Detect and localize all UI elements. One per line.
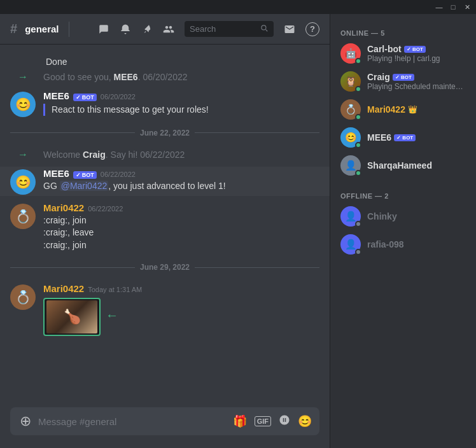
messages-area[interactable]: Done → Good to see you, MEE6. 06/20/2022… [0, 45, 330, 407]
maximize-button[interactable]: □ [449, 3, 457, 11]
status-dot [355, 221, 361, 227]
divider-line [195, 267, 319, 268]
message-timestamp: 06/22/2022 [88, 205, 123, 213]
add-attachment-button[interactable]: ⊕ [18, 413, 33, 430]
avatar-mee6-2: 😊 [10, 169, 36, 195]
gif-icon[interactable]: GIF [255, 416, 271, 426]
member-info: Chinky [367, 211, 466, 221]
status-dot [355, 170, 361, 176]
message-row-mari-1: 💍 Mari0422 06/22/2022 :craig:, join :cra… [0, 201, 330, 253]
message-author: MEE6 [43, 168, 69, 179]
minimize-button[interactable]: — [435, 3, 443, 11]
avatar-carlbot: 🤖 [340, 43, 361, 64]
member-name-text: SharqaHameed [367, 160, 432, 171]
member-item-rafia[interactable]: 👤 rafia-098 [335, 230, 471, 258]
avatar-craig: 🦉 [340, 71, 361, 92]
mention: @Mari0422 [60, 181, 109, 191]
message-row-mee6-2: 😊 MEE6 ✓ BOT 06/22/2022 GG @Mari0422, yo… [0, 167, 330, 196]
image-container: 🍗 ← [43, 295, 319, 336]
avatar-sharqa: 👤 [340, 155, 361, 176]
status-dot [355, 114, 361, 120]
search-bar[interactable]: Search [185, 21, 274, 37]
member-info: rafia-098 [367, 239, 466, 249]
member-name-text: Chinky [367, 211, 397, 221]
member-info: MEE6 ✓ BOT [367, 132, 466, 143]
avatar-mari: 💍 [340, 99, 361, 120]
message-text-line2: :craig:, leave [43, 227, 319, 239]
member-name-text: Craig [367, 72, 390, 82]
member-item-sharqa[interactable]: 👤 SharqaHameed [335, 151, 471, 179]
status-dot [355, 58, 361, 64]
channel-name: general [25, 24, 59, 34]
status-dot [355, 249, 361, 255]
notifications-icon[interactable] [120, 24, 131, 35]
member-item-mari[interactable]: 💍 Mari0422 👑 [335, 95, 471, 123]
message-input-box[interactable]: ⊕ 🎁 GIF 😊 [10, 407, 319, 435]
search-placeholder: Search [190, 24, 256, 34]
avatar-rafia: 👤 [340, 234, 361, 255]
system-arrow-icon: → [10, 71, 36, 83]
gift-icon[interactable]: 🎁 [233, 414, 247, 428]
channel-header: # general Search [0, 14, 330, 45]
image-thumbnail[interactable]: 🍗 [43, 298, 101, 336]
member-name: SharqaHameed [367, 160, 466, 171]
member-item-craig[interactable]: 🦉 Craig ✓ BOT Playing Scheduled maintena… [335, 67, 471, 95]
member-name: Craig ✓ BOT [367, 72, 466, 82]
titlebar: — □ ✕ [0, 0, 476, 14]
status-dot [355, 86, 361, 92]
member-status: Playing Scheduled maintenanc... [367, 82, 466, 91]
date-divider-june22: June 22, 2022 [0, 118, 330, 148]
bot-badge: ✓ BOT [73, 94, 97, 101]
member-info: Mari0422 👑 [367, 104, 466, 115]
member-info: SharqaHameed [367, 160, 466, 171]
date-divider-june29: June 29, 2022 [0, 253, 330, 282]
header-divider [69, 22, 69, 37]
message-row: Done [0, 55, 330, 70]
system-text: Welcome Craig. Say hi! 06/22/2022 [43, 150, 185, 160]
member-status: Playing !help | carl.gg [367, 54, 466, 63]
pinned-icon[interactable] [141, 24, 153, 35]
divider-text: June 29, 2022 [140, 263, 190, 272]
member-name-text: Carl-bot [367, 44, 402, 54]
sticker-icon[interactable] [279, 414, 290, 429]
verified-icon: ✓ [76, 172, 81, 178]
message-text-line3: :craig:, join [43, 239, 319, 252]
members-sidebar: ONLINE — 5 🤖 Carl-bot ✓ BOT Playing !hel… [330, 14, 476, 448]
system-arrow-icon: → [10, 149, 36, 160]
message-header: Mari0422 06/22/2022 [43, 202, 319, 213]
help-icon[interactable]: ? [305, 22, 319, 36]
message-text: Done [46, 57, 67, 67]
message-content: Mari0422 06/22/2022 :craig:, join :craig… [43, 202, 319, 252]
member-item-mee6[interactable]: 😊 MEE6 ✓ BOT [335, 123, 471, 151]
offline-section-label: OFFLINE — 2 [335, 187, 471, 202]
message-header: Mari0422 Today at 1:31 AM [43, 283, 319, 294]
message-text: React to this message to get your roles! [52, 104, 209, 115]
avatar-mee6: 😊 [10, 92, 36, 117]
message-header: MEE6 ✓ BOT 06/22/2022 [43, 168, 319, 179]
message-input[interactable] [38, 416, 228, 427]
threads-icon[interactable] [98, 24, 109, 35]
inbox-icon[interactable] [284, 24, 295, 35]
members-list[interactable]: ONLINE — 5 🤖 Carl-bot ✓ BOT Playing !hel… [330, 14, 476, 448]
member-name-text: MEE6 [367, 132, 391, 143]
member-name-text: Mari0422 [367, 104, 405, 115]
member-info: Craig ✓ BOT Playing Scheduled maintenanc… [367, 72, 466, 91]
thumbnail-preview: 🍗 [46, 300, 97, 333]
member-name: MEE6 ✓ BOT [367, 132, 466, 143]
message-text: GG @Mari0422, you just advanced to level… [43, 180, 319, 193]
channel-hash-icon: # [10, 22, 17, 36]
message-timestamp: 06/22/2022 [101, 171, 136, 178]
bot-badge: ✓ BOT [393, 74, 414, 81]
emoji-icon[interactable]: 😊 [298, 414, 312, 428]
close-button[interactable]: ✕ [463, 3, 471, 11]
members-icon[interactable] [163, 24, 174, 35]
header-icons: Search ? [98, 21, 319, 37]
channel-area: # general Search [0, 14, 330, 448]
input-icons: 🎁 GIF 😊 [233, 414, 312, 429]
member-item-carlbot[interactable]: 🤖 Carl-bot ✓ BOT Playing !help | carl.gg [335, 39, 471, 67]
member-item-chinky[interactable]: 👤 Chinky [335, 202, 471, 230]
message-author: Mari0422 [43, 283, 84, 294]
message-content: Done [46, 56, 319, 69]
divider-text: June 22, 2022 [140, 129, 190, 137]
member-name: Chinky [367, 211, 466, 221]
